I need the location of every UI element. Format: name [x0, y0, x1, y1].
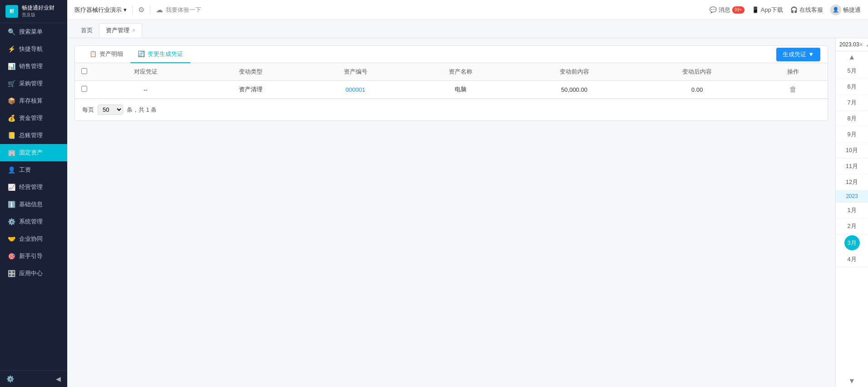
col-asset-name: 资产名称 — [408, 63, 513, 81]
purchase-icon: 🛒 — [7, 79, 15, 88]
calendar-month-item[interactable]: 7月 — [836, 95, 868, 111]
payroll-icon: 👤 — [7, 166, 15, 174]
calendar-month-item[interactable]: 11月 — [836, 159, 868, 174]
row-checkbox-cell — [75, 81, 93, 99]
calendar-close-icon[interactable]: × — [859, 41, 863, 48]
logo-text-block: 畅捷通好业财 普及版 — [22, 5, 55, 18]
calendar-panel: 2023.03 × ⤢ ▲ 5月6月7月8月9月10月11月12月20231月2… — [835, 38, 868, 387]
col-after-change: 变动后内容 — [636, 63, 759, 81]
total-label: 条，共 1 条 — [127, 106, 157, 114]
sidebar-item-ledger[interactable]: 📒 总账管理 — [0, 127, 67, 144]
headset-icon: 🎧 — [790, 6, 798, 13]
message-item[interactable]: 💬 消息 99+ — [709, 6, 744, 14]
sidebar-item-sales[interactable]: 📊 销售管理 — [0, 58, 67, 75]
col-checkbox — [75, 63, 93, 81]
sidebar-item-basic-info[interactable]: ℹ️ 基础信息 — [0, 196, 67, 213]
gear-icon[interactable]: ⚙ — [138, 5, 144, 14]
asset-detail-label: 资产明细 — [99, 45, 123, 63]
experience-btn[interactable]: ☁ 我要体验一下 — [156, 5, 201, 14]
sidebar-item-inventory[interactable]: 📦 库存核算 — [0, 92, 67, 109]
company-selector[interactable]: 医疗器械行业演示 ▾ — [74, 6, 127, 14]
tab-asset-management[interactable]: 资产管理 × — [99, 23, 142, 38]
sidebar-item-label-apps: 应用中心 — [19, 269, 43, 278]
calendar-nav-up[interactable]: ▲ — [836, 51, 868, 63]
generate-voucher-button[interactable]: 生成凭证 ▼ — [776, 48, 820, 61]
sidebar: 财 畅捷通好业财 普及版 🔍 搜索菜单 ⚡ 快捷导航 📊 销售管理 🛒 采购管理… — [0, 0, 67, 387]
sidebar-item-quick-nav[interactable]: ⚡ 快捷导航 — [0, 40, 67, 58]
message-icon: 💬 — [709, 6, 717, 13]
calendar-month-item[interactable]: 2月 — [836, 218, 868, 234]
row-voucher: -- — [93, 81, 198, 99]
tab-change-voucher[interactable]: 🔄 变更生成凭证 — [130, 46, 190, 63]
sidebar-item-payroll[interactable]: 👤 工资 — [0, 161, 67, 179]
calendar-year-label: 2023.03 — [839, 41, 859, 48]
row-change-type: 资产清理 — [198, 81, 303, 99]
sidebar-item-apps[interactable]: 🎛️ 应用中心 — [0, 265, 67, 282]
per-page-select[interactable]: 50 10 20 100 — [98, 104, 123, 115]
online-service-item[interactable]: 🎧 在线客服 — [790, 6, 823, 14]
sidebar-item-cooperation[interactable]: 🤝 企业协同 — [0, 230, 67, 248]
calendar-header: 2023.03 × ⤢ — [836, 38, 868, 51]
main-area: 医疗器械行业演示 ▾ ⚙ ☁ 我要体验一下 💬 消息 99+ 📱 App下载 🎧… — [67, 0, 868, 387]
sidebar-item-label-basic-info: 基础信息 — [19, 200, 43, 208]
settings-icon[interactable]: ⚙️ — [6, 375, 14, 382]
experience-label: 我要体验一下 — [166, 6, 201, 14]
sidebar-item-label-purchase: 采购管理 — [19, 79, 43, 88]
tab-asset-detail[interactable]: 📋 资产明细 — [82, 46, 130, 63]
logo-main-text: 畅捷通好业财 — [22, 5, 55, 12]
delete-icon[interactable]: 🗑 — [789, 85, 797, 93]
select-all-checkbox[interactable] — [81, 68, 87, 74]
sidebar-item-label-cooperation: 企业协同 — [19, 235, 43, 243]
sidebar-item-operations[interactable]: 📈 经营管理 — [0, 179, 67, 196]
sidebar-item-purchase[interactable]: 🛒 采购管理 — [0, 75, 67, 92]
system-icon: ⚙️ — [7, 218, 15, 226]
calendar-month-item[interactable]: 8月 — [836, 111, 868, 127]
inner-tabs-row: 📋 资产明细 🔄 变更生成凭证 生成凭证 ▼ — [75, 46, 828, 63]
calendar-month-item[interactable]: 5月 — [836, 63, 868, 79]
col-asset-code: 资产编号 — [303, 63, 408, 81]
calendar-month-item[interactable]: 9月 — [836, 127, 868, 143]
sidebar-item-label-sales: 销售管理 — [19, 62, 43, 70]
calendar-month-item[interactable]: 4月 — [836, 252, 868, 268]
inner-tabs: 📋 资产明细 🔄 变更生成凭证 — [82, 46, 190, 63]
quick-nav-icon: ⚡ — [7, 45, 15, 53]
calendar-month-item[interactable]: 6月 — [836, 79, 868, 95]
sidebar-item-guide[interactable]: 🎯 新手引导 — [0, 248, 67, 265]
app-download-item[interactable]: 📱 App下载 — [752, 6, 783, 14]
operations-icon: 📈 — [7, 183, 15, 191]
inventory-icon: 📦 — [7, 97, 15, 105]
calendar-expand-icon[interactable]: ⤢ — [866, 41, 868, 48]
fund-icon: 💰 — [7, 114, 15, 122]
app-download-icon: 📱 — [752, 6, 759, 13]
sidebar-item-fund[interactable]: 💰 资金管理 — [0, 109, 67, 127]
calendar-month-item[interactable]: 10月 — [836, 143, 868, 159]
calendar-month-item[interactable]: 3月 — [844, 235, 860, 251]
tab-home[interactable]: 首页 — [74, 23, 99, 38]
calendar-months-scroll: 5月6月7月8月9月10月11月12月20231月2月3月4月 — [836, 63, 868, 375]
message-label: 消息 — [719, 6, 730, 14]
calendar-month-item[interactable]: 12月 — [836, 174, 868, 190]
topbar-right: 💬 消息 99+ 📱 App下载 🎧 在线客服 👤 畅捷通 — [709, 5, 861, 15]
calendar-nav-down[interactable]: ▼ — [836, 375, 868, 387]
row-checkbox-0[interactable] — [81, 86, 87, 92]
sidebar-item-label-system: 系统管理 — [19, 218, 43, 226]
sidebar-item-fixed-assets[interactable]: 🏢 固定资产 — [0, 144, 67, 161]
sidebar-header: 财 畅捷通好业财 普及版 — [0, 0, 67, 23]
sidebar-item-label-search: 搜索菜单 — [19, 28, 43, 36]
change-voucher-icon: 🔄 — [138, 45, 145, 63]
sidebar-item-search[interactable]: 🔍 搜索菜单 — [0, 23, 67, 40]
asset-detail-icon: 📋 — [89, 45, 97, 63]
collapse-icon[interactable]: ◀ — [56, 375, 61, 382]
topbar: 医疗器械行业演示 ▾ ⚙ ☁ 我要体验一下 💬 消息 99+ 📱 App下载 🎧… — [67, 0, 868, 20]
topbar-divider-1 — [132, 5, 133, 15]
col-change-type: 变动类型 — [198, 63, 303, 81]
sidebar-bottom: ⚙️ ◀ — [0, 370, 67, 387]
sidebar-item-system[interactable]: ⚙️ 系统管理 — [0, 213, 67, 230]
row-asset-name: 电脑 — [408, 81, 513, 99]
calendar-month-item[interactable]: 1月 — [836, 203, 868, 218]
tab-close-icon[interactable]: × — [132, 23, 135, 38]
cloud-icon: ☁ — [156, 5, 163, 14]
user-item[interactable]: 👤 畅捷通 — [830, 5, 861, 15]
sidebar-item-label-operations: 经营管理 — [19, 183, 43, 191]
sidebar-nav: 🔍 搜索菜单 ⚡ 快捷导航 📊 销售管理 🛒 采购管理 📦 库存核算 💰 资金管… — [0, 23, 67, 370]
